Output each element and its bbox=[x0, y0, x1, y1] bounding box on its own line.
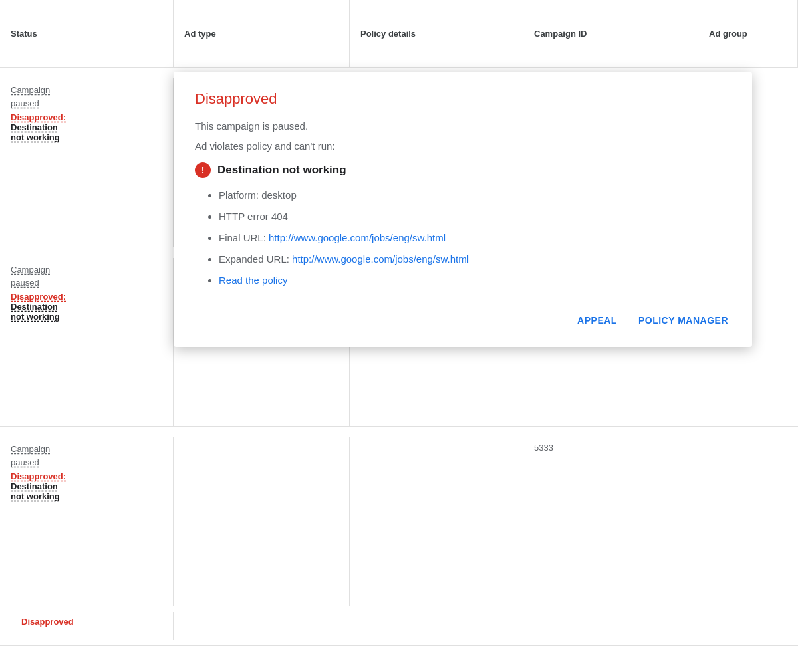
status-campaign-paused-2: Campaign paused bbox=[11, 263, 162, 289]
bottom-row: Disapproved bbox=[0, 606, 798, 646]
list-item: Expanded URL: http://www.google.com/jobs… bbox=[219, 251, 731, 267]
table-row: Campaign paused Disapproved: Destination… bbox=[0, 427, 798, 606]
appeal-button[interactable]: APPEAL bbox=[575, 310, 620, 331]
policy-section: ! Destination not working Platform: desk… bbox=[195, 162, 731, 288]
status-destination-1: Destination not working bbox=[11, 122, 162, 142]
policy-manager-button[interactable]: POLICY MANAGER bbox=[636, 310, 731, 331]
status-campaign-paused-3: Campaign paused bbox=[11, 443, 162, 469]
table-container: Status Ad type Policy details Campaign I… bbox=[0, 0, 798, 672]
status-disapproved-2: Disapproved: bbox=[11, 292, 162, 302]
popup-title: Disapproved bbox=[195, 90, 731, 108]
status-destination-3: Destination not working bbox=[11, 481, 162, 501]
list-item: HTTP error 404 bbox=[219, 209, 731, 225]
list-item: Final URL: http://www.google.com/jobs/en… bbox=[219, 230, 731, 246]
list-item: Platform: desktop bbox=[219, 187, 731, 203]
td-adtype-3 bbox=[174, 437, 350, 606]
th-campaign: Campaign ID bbox=[523, 0, 698, 67]
expanded-url-label: Expanded URL: bbox=[219, 253, 292, 265]
policy-title: Destination not working bbox=[217, 164, 346, 177]
td-status-2: Campaign paused Disapproved: Destination… bbox=[0, 258, 174, 426]
status-disapproved-1: Disapproved: bbox=[11, 112, 162, 122]
error-icon: ! bbox=[195, 162, 211, 178]
td-campaign-3: 5333 bbox=[523, 437, 698, 606]
popup-actions: APPEAL POLICY MANAGER bbox=[195, 302, 731, 331]
final-url-label: Final URL: bbox=[219, 232, 269, 243]
td-status-bottom: Disapproved bbox=[0, 612, 174, 640]
status-campaign-paused-1: Campaign paused bbox=[11, 84, 162, 110]
td-status-1: Campaign paused Disapproved: Destination… bbox=[0, 78, 174, 247]
list-item: Read the policy bbox=[219, 273, 731, 288]
table-header: Status Ad type Policy details Campaign I… bbox=[0, 0, 798, 68]
status-destination-2: Destination not working bbox=[11, 302, 162, 322]
popup-subtitle2: Ad violates policy and can't run: bbox=[195, 138, 731, 154]
popup-overlay: Disapproved This campaign is paused. Ad … bbox=[174, 72, 752, 347]
th-adgroup: Ad group bbox=[698, 0, 798, 67]
th-status: Status bbox=[0, 0, 174, 67]
td-policy-3 bbox=[350, 437, 523, 606]
th-adtype: Ad type bbox=[174, 0, 350, 67]
td-status-3: Campaign paused Disapproved: Destination… bbox=[0, 437, 174, 606]
expanded-url-link[interactable]: http://www.google.com/jobs/eng/sw.html bbox=[292, 253, 469, 265]
popup-subtitle1: This campaign is paused. bbox=[195, 118, 731, 134]
final-url-link[interactable]: http://www.google.com/jobs/eng/sw.html bbox=[269, 232, 446, 243]
th-policy: Policy details bbox=[350, 0, 523, 67]
status-disapproved-3: Disapproved: bbox=[11, 471, 162, 481]
td-adgroup-3 bbox=[698, 437, 798, 606]
policy-header: ! Destination not working bbox=[195, 162, 731, 178]
read-policy-link[interactable]: Read the policy bbox=[219, 275, 287, 286]
policy-list: Platform: desktop HTTP error 404 Final U… bbox=[195, 187, 731, 288]
